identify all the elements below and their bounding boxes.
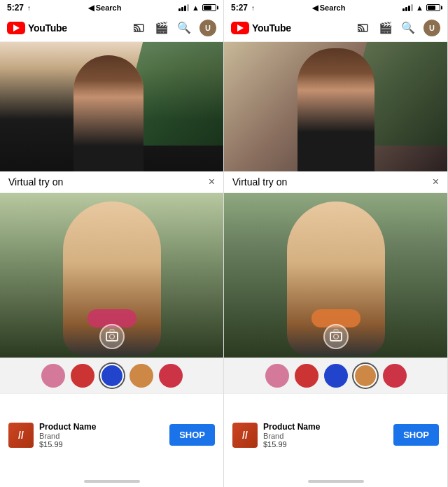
video-area-left <box>0 42 223 171</box>
swatch-blue-left[interactable] <box>100 364 124 388</box>
search-icon-left[interactable]: 🔍 <box>177 21 191 34</box>
home-bar-left <box>84 480 140 483</box>
signal-bars-left <box>178 4 189 11</box>
swatch-orange-left[interactable] <box>130 364 153 388</box>
right-phone-panel: 5:27 ↑ ◀ Search ▲ YouTube <box>224 0 448 487</box>
back-arrow-right: ◀ <box>312 3 318 13</box>
status-right-left: ▲ <box>178 3 216 12</box>
camera-btn-left[interactable] <box>99 324 125 349</box>
person-face-right <box>298 48 374 171</box>
home-indicator-left <box>0 476 223 487</box>
swatch-red-right[interactable] <box>295 364 318 388</box>
home-bar-right <box>308 480 364 483</box>
yt-header-left: YouTube 🎬 🔍 U <box>0 14 223 42</box>
product-brand-right: Brand <box>263 432 320 440</box>
ar-area-left <box>0 193 223 358</box>
battery-right <box>426 4 440 11</box>
wifi-icon-right: ▲ <box>416 3 424 12</box>
status-back-left[interactable]: ◀ Search <box>88 3 122 13</box>
status-time-left: 5:27 <box>7 3 24 13</box>
avatar-right[interactable]: U <box>424 20 440 36</box>
camera-btn-right[interactable] <box>323 324 349 349</box>
location-arrow-left: ↑ <box>27 4 31 12</box>
vto-close-right[interactable]: × <box>433 176 439 188</box>
status-bar-left: 5:27 ↑ ◀ Search ▲ <box>0 0 223 14</box>
swatch-darkred-left[interactable] <box>159 364 183 388</box>
search-icon-right[interactable]: 🔍 <box>401 21 415 34</box>
video-icon-right[interactable]: 🎬 <box>379 21 393 34</box>
product-info-right: // Product Name Brand $15.99 <box>232 422 320 449</box>
swatch-pink-left[interactable] <box>41 364 65 388</box>
product-thumb-right: // <box>232 423 258 448</box>
yt-actions-right: 🎬 🔍 U <box>358 20 440 36</box>
wifi-icon-left: ▲ <box>192 3 200 12</box>
vto-close-left[interactable]: × <box>209 176 215 188</box>
vto-header-right: Virtual try on × <box>224 171 447 193</box>
swatch-blue-right[interactable] <box>324 364 348 388</box>
person-face-left <box>74 55 144 172</box>
back-arrow-left: ◀ <box>88 3 94 13</box>
cast-icon-left[interactable] <box>134 23 146 33</box>
yt-logo-left[interactable]: YouTube <box>7 22 67 34</box>
swatch-red-left[interactable] <box>71 364 94 388</box>
video-area-right <box>224 42 447 171</box>
left-phone-panel: 5:27 ↑ ◀ Search ▲ YouTube <box>0 0 224 487</box>
video-person-left <box>0 42 223 171</box>
cast-icon-right[interactable] <box>358 23 370 33</box>
yt-header-right: YouTube 🎬 🔍 U <box>224 14 447 42</box>
hair-left <box>74 55 144 97</box>
yt-icon-right <box>231 22 249 34</box>
status-bar-right: 5:27 ↑ ◀ Search ▲ <box>224 0 447 14</box>
product-row-left: // Product Name Brand $15.99 SHOP <box>0 393 223 476</box>
vto-title-left: Virtual try on <box>8 176 63 188</box>
product-row-right: // Product Name Brand $15.99 SHOP <box>224 393 447 476</box>
battery-left <box>202 4 216 11</box>
product-details-right: Product Name Brand $15.99 <box>263 422 320 449</box>
avatar-left[interactable]: U <box>200 20 216 36</box>
status-left-right: 5:27 ↑ <box>231 3 255 13</box>
location-arrow-right: ↑ <box>251 4 255 12</box>
yt-text-left: YouTube <box>28 22 67 34</box>
product-name-right: Product Name <box>263 422 320 432</box>
shop-btn-right[interactable]: SHOP <box>393 424 439 446</box>
camera-btn-inner-right <box>330 332 342 341</box>
ar-area-right <box>224 193 447 358</box>
back-label-left[interactable]: Search <box>96 3 122 12</box>
swatch-darkred-right[interactable] <box>383 364 407 388</box>
video-icon-left[interactable]: 🎬 <box>155 21 169 34</box>
swatch-orange-right[interactable] <box>354 364 377 388</box>
vto-header-left: Virtual try on × <box>0 171 223 193</box>
shop-btn-left[interactable]: SHOP <box>169 424 215 446</box>
vto-title-right: Virtual try on <box>232 176 287 188</box>
yt-actions-left: 🎬 🔍 U <box>134 20 216 36</box>
camera-btn-inner-left <box>106 332 118 341</box>
status-left: 5:27 ↑ <box>7 3 31 13</box>
home-indicator-right <box>224 476 447 487</box>
yt-text-right: YouTube <box>252 22 291 34</box>
product-name-left: Product Name <box>39 422 96 432</box>
product-thumb-left: // <box>8 423 34 448</box>
swatches-row-right <box>224 358 447 393</box>
product-thumb-text-left: // <box>18 430 24 441</box>
status-right-right: ▲ <box>402 3 440 12</box>
status-back-right[interactable]: ◀ Search <box>312 3 346 13</box>
product-brand-left: Brand <box>39 432 96 440</box>
product-info-left: // Product Name Brand $15.99 <box>8 422 96 449</box>
swatches-row-left <box>0 358 223 393</box>
yt-icon-left <box>7 22 25 34</box>
product-price-right: $15.99 <box>263 440 320 449</box>
swatch-pink-right[interactable] <box>265 364 289 388</box>
yt-logo-right[interactable]: YouTube <box>231 22 291 34</box>
hair-right <box>298 48 374 90</box>
product-thumb-text-right: // <box>242 430 248 441</box>
signal-bars-right <box>402 4 413 11</box>
video-person-right <box>224 42 447 171</box>
product-details-left: Product Name Brand $15.99 <box>39 422 96 449</box>
status-time-right: 5:27 <box>231 3 248 13</box>
back-label-right[interactable]: Search <box>320 3 346 12</box>
product-price-left: $15.99 <box>39 440 96 449</box>
